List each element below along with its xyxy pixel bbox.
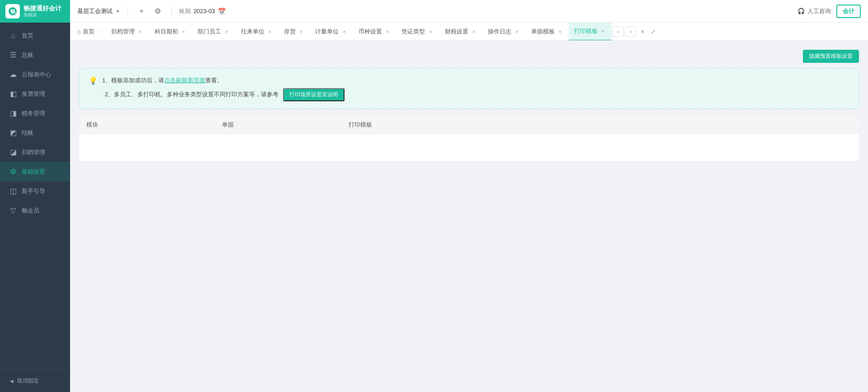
logo-icon: 畅 — [5, 4, 20, 19]
sidebar-item-ledger[interactable]: ☰ 总账 — [0, 45, 70, 65]
tab-unit-label: 计量单位 — [315, 28, 339, 36]
th-module: 模块 — [86, 121, 222, 129]
kuaiji-button[interactable]: 会计 — [836, 5, 861, 18]
tab-currency-close[interactable]: × — [385, 28, 390, 35]
notice-row-2: 2、多员工、多打印机、多种业务类型设置不同打印方案等，请参考 打印场景设置宣说明 — [89, 88, 849, 101]
period-value: 2023-03 — [193, 8, 215, 14]
tab-singletpl[interactable]: 单据模板 × — [526, 23, 569, 41]
sidebar-nav: ⌂ 首页 ☰ 总账 ☁ 云报表中心 ◧ 发票管理 ◨ 税务管理 ◩ 结账 ◪ 归… — [0, 23, 70, 369]
tabbar-prev[interactable]: ‹ — [613, 26, 623, 37]
tab-vendor[interactable]: 往来单位 × — [236, 23, 278, 41]
sidebar-item-home[interactable]: ⌂ 首页 — [0, 26, 70, 45]
tab-oplog[interactable]: 操作日志 × — [482, 23, 525, 41]
sidebar-item-settings[interactable]: ⚙ 基础设置 — [0, 162, 70, 181]
tab-vendor-close[interactable]: × — [267, 28, 273, 35]
tabbar-next[interactable]: › — [625, 26, 636, 37]
tab-currency[interactable]: 币种设置 × — [353, 23, 396, 41]
tab-voucher-close[interactable]: × — [428, 28, 433, 35]
settings-icon[interactable]: ⚙ — [151, 5, 164, 18]
member-icon: ▽ — [9, 206, 17, 215]
closing-icon: ◩ — [9, 128, 17, 137]
unpin-label: 取消固定 — [17, 377, 39, 385]
sidebar-item-reports[interactable]: ☁ 云报表中心 — [0, 65, 70, 84]
period-label: 账期 — [179, 7, 191, 15]
sidebar-label-reports: 云报表中心 — [22, 71, 51, 79]
topbar-actions: ＋ ⚙ — [135, 5, 164, 18]
tab-dept-label: 部门员工 — [198, 28, 221, 36]
tab-voucher[interactable]: 凭证类型 × — [396, 23, 439, 41]
tab-unit[interactable]: 计量单位 × — [310, 23, 353, 41]
reports-icon: ☁ — [9, 70, 17, 79]
headset-icon: 🎧 — [797, 8, 805, 14]
home-icon: ⌂ — [9, 32, 17, 40]
logo: 畅 畅捷通好会计 旗舰版 — [0, 0, 70, 23]
bulb-icon: 💡 — [89, 76, 98, 85]
notice-line2-prefix: 2、多员工、多打印机、多种业务类型设置不同打印方案等，请参考 — [105, 91, 278, 98]
tab-oplog-label: 操作日志 — [488, 28, 511, 36]
tab-printtpl[interactable]: 打印模板 × — [569, 23, 612, 41]
tab-taxsetting[interactable]: 财税设置 × — [439, 23, 482, 41]
topbar-divider-2 — [171, 7, 172, 16]
tab-dept[interactable]: 部门员工 × — [192, 23, 235, 41]
sidebar-label-guide: 新手引导 — [22, 187, 45, 195]
print-scene-button[interactable]: 打印场景设置宣说明 — [283, 88, 344, 101]
topbar-right: 🎧 人工咨询 会计 — [797, 5, 861, 18]
notice-text-1: 1、模板添加成功后，请点击刷新新页面查看。 — [102, 76, 223, 85]
sidebar-item-invoice[interactable]: ◧ 发票管理 — [0, 84, 70, 104]
tab-printtpl-label: 打印模板 — [574, 27, 598, 35]
sidebar-item-member[interactable]: ▽ 畅会员 — [0, 201, 70, 220]
company-selector[interactable]: 基层工会测试 ▼ — [77, 7, 120, 15]
logo-name: 畅捷通好会计 — [24, 5, 61, 12]
notice-line1-suffix: 查看。 — [205, 77, 223, 84]
service-label: 人工咨询 — [807, 7, 831, 15]
tabbar-close-all[interactable]: × — [637, 26, 648, 37]
sidebar-item-closing[interactable]: ◩ 结账 — [0, 123, 70, 142]
tab-vendor-label: 往来单位 — [241, 28, 264, 36]
calendar-icon: 📅 — [218, 8, 226, 15]
tab-singletpl-label: 单据模板 — [531, 28, 555, 36]
tab-home-label: 首页 — [83, 28, 94, 36]
sidebar-item-guide[interactable]: ◫ 新手引导 — [0, 181, 70, 201]
sidebar-footer-unpin[interactable]: ◄ 取消固定 — [0, 369, 70, 392]
tabbar-expand[interactable]: ⤢ — [648, 26, 659, 37]
unpin-icon: ◄ — [9, 378, 14, 384]
notice-line1-link[interactable]: 点击刷新新页面 — [164, 77, 205, 84]
tab-printtpl-close[interactable]: × — [600, 28, 606, 34]
tax-icon: ◨ — [9, 109, 17, 118]
archive-icon: ◪ — [9, 148, 17, 156]
tab-archive-close[interactable]: × — [137, 28, 143, 35]
hide-template-button[interactable]: 隐藏预置模板设置 — [803, 50, 859, 63]
content-area: 隐藏预置模板设置 💡 1、模板添加成功后，请点击刷新新页面查看。 2、多员工、多… — [70, 41, 868, 392]
notice-box: 💡 1、模板添加成功后，请点击刷新新页面查看。 2、多员工、多打印机、多种业务类… — [79, 68, 859, 109]
sidebar-label-member: 畅会员 — [22, 207, 39, 215]
invoice-icon: ◧ — [9, 90, 17, 98]
tab-unit-close[interactable]: × — [341, 28, 347, 35]
company-name: 基层工会测试 — [77, 7, 113, 15]
sidebar-item-tax[interactable]: ◨ 税务管理 — [0, 104, 70, 123]
sidebar-label-settings: 基础设置 — [22, 168, 45, 176]
tab-subject[interactable]: 科目期初 × — [149, 23, 192, 41]
table-body — [79, 134, 859, 161]
tab-subject-close[interactable]: × — [181, 28, 186, 35]
service-button[interactable]: 🎧 人工咨询 — [797, 7, 831, 15]
tab-inventory-label: 存货 — [284, 28, 296, 36]
notice-line1-prefix: 1、模板添加成功后，请 — [102, 77, 164, 84]
tab-singletpl-close[interactable]: × — [557, 28, 563, 35]
tab-home[interactable]: ⌂ 首页 ‹ — [72, 23, 106, 41]
tab-inventory-close[interactable]: × — [298, 28, 304, 35]
sidebar-item-archive[interactable]: ◪ 归档管理 — [0, 142, 70, 162]
tab-taxsetting-close[interactable]: × — [471, 28, 476, 35]
ledger-icon: ☰ — [9, 51, 17, 59]
tab-voucher-label: 凭证类型 — [401, 28, 425, 36]
logo-sub: 旗舰版 — [24, 12, 61, 18]
hide-template-area: 隐藏预置模板设置 — [79, 50, 859, 63]
add-icon[interactable]: ＋ — [135, 5, 148, 18]
tab-inventory[interactable]: 存货 × — [278, 23, 310, 41]
sidebar-label-tax: 税务管理 — [22, 109, 45, 118]
tab-archive[interactable]: 归档管理 × — [106, 23, 149, 41]
topbar-divider-1 — [127, 7, 128, 16]
tabbar: ⌂ 首页 ‹ 归档管理 × 科目期初 × 部门员工 × 往来单位 × 存货 × … — [70, 23, 868, 41]
tab-dept-close[interactable]: × — [224, 28, 229, 35]
period-selector[interactable]: 账期 2023-03 📅 — [179, 7, 226, 15]
tab-oplog-close[interactable]: × — [514, 28, 519, 35]
